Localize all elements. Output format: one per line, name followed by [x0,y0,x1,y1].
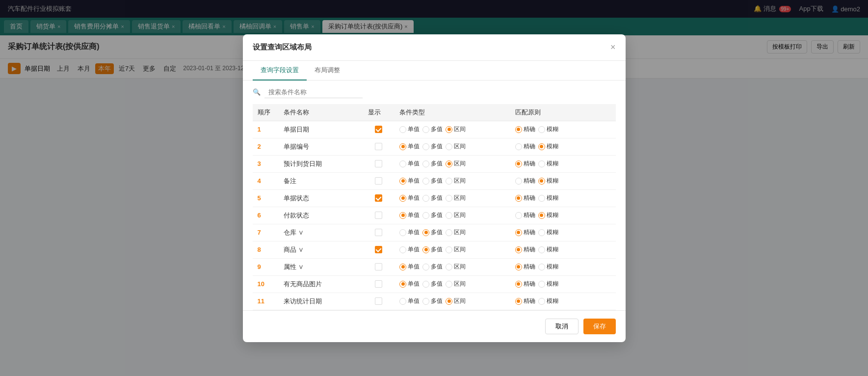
row-5-match-option-精确[interactable]: 精确 [515,211,535,219]
radio-8-type-区间[interactable] [446,264,452,270]
row-1-type-option-单值[interactable]: 单值 [399,142,420,151]
radio-3-type-单值[interactable] [399,178,406,185]
row-7-checkbox[interactable] [375,246,382,253]
radio-5-type-多值[interactable] [422,212,429,219]
row-0-match-option-模糊[interactable]: 模糊 [538,125,558,134]
row-8-type-option-单值[interactable]: 单值 [399,263,420,271]
radio-4-type-单值[interactable] [399,195,406,202]
row-6-match-option-模糊[interactable]: 模糊 [538,228,558,237]
row-0-type-option-单值[interactable]: 单值 [399,125,420,134]
row-4-display[interactable] [363,189,395,207]
row-5-display[interactable] [363,207,395,224]
row-2-type-option-多值[interactable]: 多值 [422,160,443,168]
row-2-match-option-模糊[interactable]: 模糊 [538,160,558,168]
row-7-type-option-单值[interactable]: 单值 [399,245,420,254]
row-1-type-option-多值[interactable]: 多值 [422,142,443,151]
radio-1-match-模糊[interactable] [538,143,545,150]
radio-7-type-单值[interactable] [399,246,406,253]
row-7-type-option-区间[interactable]: 区间 [446,245,466,254]
row-8-type-option-区间[interactable]: 区间 [446,263,466,271]
radio-3-type-多值[interactable] [422,178,429,185]
radio-1-type-单值[interactable] [399,143,406,150]
radio-0-type-区间[interactable] [446,126,452,133]
radio-2-type-区间[interactable] [446,161,452,167]
row-0-checkbox[interactable] [375,126,382,133]
radio-0-match-精确[interactable] [515,126,522,133]
radio-0-match-模糊[interactable] [538,126,545,133]
radio-2-match-精确[interactable] [515,161,522,167]
radio-4-type-区间[interactable] [446,195,452,202]
radio-1-type-区间[interactable] [446,143,452,150]
row-4-type-option-多值[interactable]: 多值 [422,194,443,202]
row-5-type-option-区间[interactable]: 区间 [446,211,466,219]
row-4-checkbox[interactable] [375,194,382,202]
row-7-type-option-多值[interactable]: 多值 [422,245,443,254]
row-6-type-option-单值[interactable]: 单值 [399,228,420,237]
radio-5-type-区间[interactable] [446,212,452,219]
radio-6-type-区间[interactable] [446,229,452,236]
radio-6-type-多值[interactable] [422,229,429,236]
radio-4-type-多值[interactable] [422,195,429,202]
radio-8-type-单值[interactable] [399,264,406,270]
radio-7-type-多值[interactable] [422,246,429,253]
radio-7-type-区间[interactable] [446,246,452,253]
row-3-type-option-区间[interactable]: 区间 [446,177,466,185]
radio-5-match-模糊[interactable] [538,212,545,219]
radio-3-match-模糊[interactable] [538,178,545,185]
row-3-type-option-多值[interactable]: 多值 [422,177,443,185]
row-3-type-option-单值[interactable]: 单值 [399,177,420,185]
radio-2-type-多值[interactable] [422,161,429,167]
row-5-type-option-多值[interactable]: 多值 [422,211,443,219]
row-3-checkbox[interactable] [375,177,382,185]
radio-4-match-精确[interactable] [515,195,522,202]
row-8-match-option-精确[interactable]: 精确 [515,263,535,271]
row-6-type-option-区间[interactable]: 区间 [446,228,466,237]
row-5-checkbox[interactable] [375,212,382,219]
radio-8-type-多值[interactable] [422,264,429,270]
row-1-match-option-模糊[interactable]: 模糊 [538,142,558,151]
radio-0-type-多值[interactable] [422,126,429,133]
modal-close-button[interactable]: × [610,42,616,53]
tab-query-fields[interactable]: 查询字段设置 [253,61,307,81]
row-8-match-option-模糊[interactable]: 模糊 [538,263,558,271]
row-7-display[interactable] [363,241,395,258]
radio-1-type-多值[interactable] [422,143,429,150]
radio-3-match-精确[interactable] [515,178,522,185]
radio-5-type-单值[interactable] [399,212,406,219]
row-3-match-option-模糊[interactable]: 模糊 [538,177,558,185]
radio-8-match-模糊[interactable] [538,264,545,270]
row-2-display[interactable] [363,155,395,172]
row-5-type-option-单值[interactable]: 单值 [399,211,420,219]
row-0-match-option-精确[interactable]: 精确 [515,125,535,134]
radio-0-type-单值[interactable] [399,126,406,133]
row-1-match-option-精确[interactable]: 精确 [515,142,535,151]
radio-4-match-模糊[interactable] [538,195,545,202]
radio-2-type-单值[interactable] [399,161,406,167]
row-2-checkbox[interactable] [375,160,382,167]
row-4-match-option-精确[interactable]: 精确 [515,194,535,202]
radio-3-type-区间[interactable] [446,178,452,185]
row-4-type-option-单值[interactable]: 单值 [399,194,420,202]
row-6-display[interactable] [363,224,395,241]
row-3-match-option-精确[interactable]: 精确 [515,177,535,185]
row-1-type-option-区间[interactable]: 区间 [446,142,466,151]
row-7-match-option-精确[interactable]: 精确 [515,245,535,254]
radio-7-match-精确[interactable] [515,246,522,253]
row-1-checkbox[interactable] [375,143,382,150]
search-input[interactable] [264,86,363,98]
radio-1-match-精确[interactable] [515,143,522,150]
row-2-type-option-区间[interactable]: 区间 [446,160,466,168]
row-5-match-option-模糊[interactable]: 模糊 [538,211,558,219]
row-6-type-option-多值[interactable]: 多值 [422,228,443,237]
row-4-type-option-区间[interactable]: 区间 [446,194,466,202]
radio-2-match-模糊[interactable] [538,161,545,167]
row-6-match-option-精确[interactable]: 精确 [515,228,535,237]
row-8-display[interactable] [363,258,395,275]
radio-7-match-模糊[interactable] [538,246,545,253]
row-0-display[interactable] [363,121,395,138]
radio-6-type-单值[interactable] [399,229,406,236]
tab-layout-adjust[interactable]: 布局调整 [307,61,348,81]
row-0-type-option-多值[interactable]: 多值 [422,125,443,134]
radio-6-match-精确[interactable] [515,229,522,236]
row-6-checkbox[interactable] [375,229,382,236]
